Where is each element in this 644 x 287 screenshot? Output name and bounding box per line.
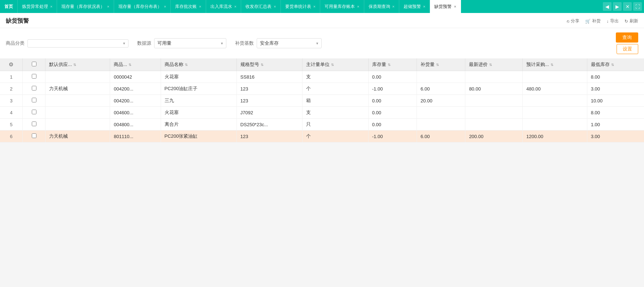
cell-unit: 支: [302, 107, 368, 119]
nav-tab-close-icon[interactable]: ×: [392, 4, 395, 9]
query-button[interactable]: 查询: [616, 32, 638, 43]
row-num-cell: 5: [0, 119, 22, 131]
export-button[interactable]: ↓ 导出: [606, 18, 619, 24]
nav-tab-7[interactable]: 可用量库存账本×: [320, 0, 364, 13]
cell-replenish: [417, 107, 465, 119]
nav-tab-close-icon[interactable]: ×: [199, 4, 201, 9]
row-checkbox[interactable]: [32, 86, 36, 90]
nav-tab-8[interactable]: 保质期查询×: [364, 0, 399, 13]
th-min_stock: 最低库存⇅: [587, 58, 644, 71]
export-icon: ↓: [606, 19, 609, 24]
nav-tab-0[interactable]: 炼货异常处理×: [18, 0, 57, 13]
category-filter-group: 商品分类 ▾: [6, 39, 129, 48]
nav-tab-close-icon[interactable]: ×: [423, 4, 425, 9]
th-label-min_stock: 最低库存: [591, 61, 610, 68]
nav-close-btn[interactable]: ✕: [623, 2, 632, 11]
nav-tab-close-icon[interactable]: ×: [313, 4, 316, 9]
settings-button[interactable]: 设置: [617, 44, 638, 54]
filter-actions: 查询 设置: [616, 32, 638, 54]
cell-replenish: 6.00: [417, 83, 465, 95]
datasource-filter-group: 数据源 可用量 ▾: [137, 38, 226, 48]
cell-est_purchase: [522, 107, 587, 119]
refresh-button[interactable]: ↻ 刷新: [625, 18, 638, 24]
row-checkbox[interactable]: [32, 110, 36, 114]
sort-icon-stock[interactable]: ⇅: [388, 63, 391, 67]
row-checkbox[interactable]: [32, 122, 36, 126]
nav-tab-2[interactable]: 现存量（库存分布表）×: [114, 0, 171, 13]
cell-product_name: PC200张紧油缸: [161, 131, 236, 142]
nav-tab-label: 可用量库存账本: [325, 4, 355, 10]
replenish-button[interactable]: 🛒 补货: [585, 18, 601, 24]
share-button[interactable]: ⎋ 分享: [567, 18, 579, 24]
sort-icon-min_stock[interactable]: ⇅: [611, 63, 614, 67]
row-checkbox[interactable]: [32, 98, 36, 102]
replenish-basis-chevron-icon: ▾: [316, 41, 318, 46]
nav-tab-1[interactable]: 现存量（库存状况表）×: [57, 0, 114, 13]
cell-spec: 123: [236, 83, 302, 95]
nav-prev-btn[interactable]: ◀: [603, 2, 612, 11]
nav-tab-close-icon[interactable]: ×: [274, 4, 276, 9]
sort-icon-spec[interactable]: ⇅: [261, 63, 264, 67]
table-row: 5004800...离合片DS250*23c...只0.001.00: [0, 119, 644, 131]
replenish-icon: 🛒: [585, 19, 591, 24]
table-row: 6力天机械801110...PC200张紧油缸123个-1.006.00200.…: [0, 131, 644, 142]
nav-tab-4[interactable]: 出入库流水×: [206, 0, 241, 13]
row-checkbox-cell[interactable]: [22, 83, 45, 95]
row-checkbox-cell[interactable]: [22, 119, 45, 131]
th-product_code: 商品...⇅: [110, 58, 161, 71]
select-all-checkbox[interactable]: [32, 62, 36, 66]
sort-icon-product_code[interactable]: ⇅: [129, 63, 131, 67]
cell-unit: 只: [302, 119, 368, 131]
nav-controls: ◀ ▶ ✕ ⛶: [601, 2, 644, 11]
row-checkbox-cell[interactable]: [22, 95, 45, 107]
datasource-select[interactable]: 可用量 ▾: [154, 38, 226, 48]
row-checkbox-cell[interactable]: [22, 107, 45, 119]
nav-maximize-btn[interactable]: ⛶: [633, 2, 642, 11]
nav-tab-close-icon[interactable]: ×: [107, 4, 109, 9]
sort-icon-est_purchase[interactable]: ⇅: [551, 63, 553, 67]
cell-unit: 支: [302, 71, 368, 83]
sort-icon-unit[interactable]: ⇅: [331, 63, 334, 67]
nav-tab-close-icon[interactable]: ×: [164, 4, 166, 9]
th-gear: ⚙: [0, 58, 22, 71]
page-title: 缺货预警: [6, 17, 29, 25]
cell-stock: 0.00: [368, 95, 417, 107]
replenish-basis-select[interactable]: 安全库存 ▾: [257, 38, 322, 48]
datasource-chevron-icon: ▾: [221, 41, 223, 46]
row-checkbox[interactable]: [32, 74, 36, 79]
gear-icon[interactable]: ⚙: [9, 61, 13, 67]
cell-product_name: PC200油缸庄子: [161, 83, 236, 95]
category-select[interactable]: ▾: [27, 39, 129, 48]
row-checkbox-cell[interactable]: [22, 131, 45, 142]
cell-product_code: 004200...: [110, 95, 161, 107]
th-label-stock: 库存量: [372, 61, 386, 68]
sort-icon-supplier[interactable]: ⇅: [73, 63, 76, 67]
nav-tab-close-icon[interactable]: ×: [234, 4, 236, 9]
nav-tab-close-icon[interactable]: ×: [357, 4, 359, 9]
nav-tab-10[interactable]: 缺货预警×: [430, 0, 461, 13]
export-label: 导出: [610, 18, 619, 24]
nav-next-btn[interactable]: ▶: [613, 2, 622, 11]
sort-icon-latest_price[interactable]: ⇅: [489, 63, 492, 67]
nav-tab-home[interactable]: 首页: [0, 0, 18, 13]
nav-tab-close-icon[interactable]: ×: [50, 4, 52, 9]
data-table: ⚙默认供应...⇅商品...⇅商品名称⇅规格型号⇅主计量单位⇅库存量⇅补货量⇅最…: [0, 58, 644, 142]
sort-icon-replenish[interactable]: ⇅: [436, 63, 439, 67]
share-icon: ⎋: [567, 19, 569, 24]
home-label: 首页: [4, 4, 13, 10]
row-checkbox[interactable]: [32, 133, 36, 138]
table-wrapper: ⚙默认供应...⇅商品...⇅商品名称⇅规格型号⇅主计量单位⇅库存量⇅补货量⇅最…: [0, 58, 644, 142]
nav-tab-close-icon[interactable]: ×: [454, 4, 456, 9]
cell-spec: DS250*23c...: [236, 119, 302, 131]
sort-icon-product_name[interactable]: ⇅: [185, 63, 188, 67]
nav-tab-9[interactable]: 超储预警×: [399, 0, 430, 13]
cell-spec: J7092: [236, 107, 302, 119]
nav-tab-5[interactable]: 收发存汇总表×: [241, 0, 280, 13]
nav-tab-6[interactable]: 要货单统计表×: [281, 0, 320, 13]
cell-unit: 箱: [302, 95, 368, 107]
cell-spec: SS816: [236, 71, 302, 83]
cell-product_name: 火花塞: [161, 107, 236, 119]
nav-tab-3[interactable]: 库存批次账×: [171, 0, 206, 13]
page-header: 缺货预警 ⎋ 分享 🛒 补货 ↓ 导出 ↻ 刷新: [0, 13, 644, 28]
row-checkbox-cell[interactable]: [22, 71, 45, 83]
